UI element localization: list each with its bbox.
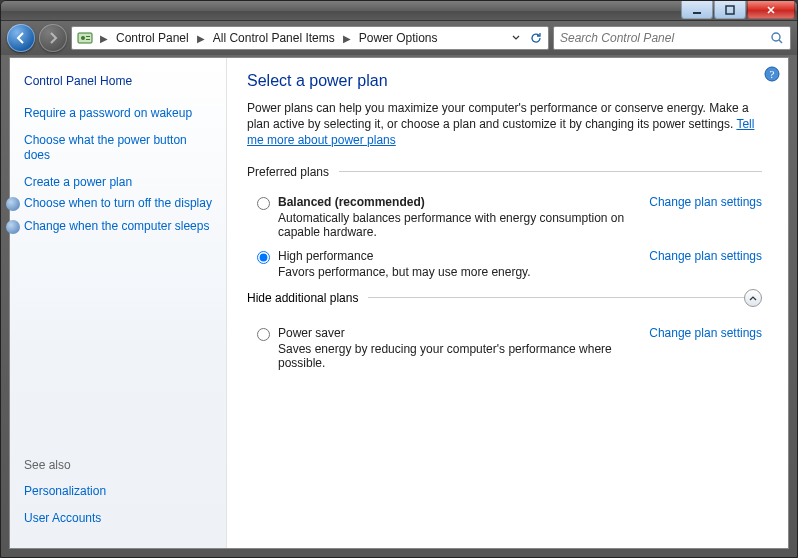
svg-point-6 [772, 33, 780, 41]
collapse-button[interactable] [744, 289, 762, 307]
back-button[interactable] [7, 24, 35, 52]
plan-high-radio[interactable] [257, 251, 270, 264]
plan-balanced-title: Balanced (recommended) [278, 195, 637, 209]
maximize-button[interactable] [714, 1, 746, 19]
plan-high-performance: High performance Favors performance, but… [257, 249, 762, 279]
shield-icon [6, 220, 20, 234]
change-settings-link-balanced[interactable]: Change plan settings [649, 195, 762, 209]
search-icon [770, 31, 784, 45]
plan-power-saver: Power saver Saves energy by reducing you… [257, 326, 762, 370]
sidebar-link-password-wakeup[interactable]: Require a password on wakeup [24, 106, 212, 121]
breadcrumb-item[interactable]: All Control Panel Items [209, 27, 339, 49]
desc-text: Power plans can help you maximize your c… [247, 101, 749, 131]
search-box[interactable] [553, 26, 791, 50]
preferred-plans-legend: Preferred plans [247, 165, 339, 179]
chevron-down-icon [512, 34, 520, 42]
address-bar[interactable]: ▶ Control Panel ▶ All Control Panel Item… [71, 26, 549, 50]
preferred-plans-group: Preferred plans Balanced (recommended) A… [247, 165, 762, 281]
control-panel-home-link[interactable]: Control Panel Home [24, 74, 212, 88]
breadcrumb-sep-icon: ▶ [96, 33, 112, 44]
plan-balanced-radio[interactable] [257, 197, 270, 210]
forward-arrow-icon [46, 31, 60, 45]
minimize-icon [691, 4, 703, 16]
navigation-bar: ▶ Control Panel ▶ All Control Panel Item… [1, 21, 797, 55]
help-icon[interactable]: ? [764, 66, 780, 82]
svg-text:?: ? [770, 68, 775, 80]
client-area: Control Panel Home Require a password on… [9, 57, 789, 549]
plan-high-title: High performance [278, 249, 637, 263]
shield-icon [6, 197, 20, 211]
plan-saver-title: Power saver [278, 326, 637, 340]
close-button[interactable] [747, 1, 795, 19]
sidebar-link-user-accounts[interactable]: User Accounts [24, 511, 212, 526]
minimize-button[interactable] [681, 1, 713, 19]
sidebar: Control Panel Home Require a password on… [10, 58, 227, 548]
breadcrumb-item[interactable]: Power Options [355, 27, 442, 49]
see-also-label: See also [24, 458, 212, 472]
search-input[interactable] [560, 31, 770, 45]
svg-rect-4 [86, 36, 90, 37]
svg-rect-0 [693, 12, 701, 14]
refresh-icon [529, 31, 543, 45]
additional-plans-header: Hide additional plans [247, 297, 762, 316]
plan-saver-radio[interactable] [257, 328, 270, 341]
breadcrumb-item[interactable]: Control Panel [112, 27, 193, 49]
sidebar-link-create-plan[interactable]: Create a power plan [24, 175, 212, 190]
breadcrumb-sep-icon: ▶ [193, 33, 209, 44]
additional-plans-legend: Hide additional plans [247, 291, 368, 305]
address-dropdown-button[interactable] [506, 27, 526, 49]
close-icon [765, 4, 777, 16]
svg-point-3 [81, 36, 85, 40]
page-title: Select a power plan [247, 72, 762, 90]
window-frame: ▶ Control Panel ▶ All Control Panel Item… [0, 0, 798, 558]
forward-button[interactable] [39, 24, 67, 52]
change-settings-link-saver[interactable]: Change plan settings [649, 326, 762, 340]
main-panel: ? Select a power plan Power plans can he… [227, 58, 788, 548]
page-description: Power plans can help you maximize your c… [247, 100, 762, 149]
change-settings-link-high[interactable]: Change plan settings [649, 249, 762, 263]
svg-rect-5 [86, 39, 90, 40]
plan-balanced: Balanced (recommended) Automatically bal… [257, 195, 762, 239]
sidebar-link-computer-sleeps[interactable]: Change when the computer sleeps [24, 219, 209, 234]
titlebar [1, 1, 797, 21]
back-arrow-icon [14, 31, 28, 45]
control-panel-icon [77, 30, 93, 46]
svg-rect-1 [726, 6, 734, 14]
plan-saver-desc: Saves energy by reducing your computer's… [278, 342, 637, 370]
plan-high-desc: Favors performance, but may use more ene… [278, 265, 637, 279]
plan-balanced-desc: Automatically balances performance with … [278, 211, 637, 239]
breadcrumb-sep-icon: ▶ [339, 33, 355, 44]
maximize-icon [724, 4, 736, 16]
sidebar-link-turn-off-display[interactable]: Choose when to turn off the display [24, 196, 212, 211]
sidebar-link-personalization[interactable]: Personalization [24, 484, 212, 499]
refresh-button[interactable] [526, 27, 546, 49]
chevron-up-icon [748, 293, 758, 303]
sidebar-link-power-button[interactable]: Choose what the power button does [24, 133, 212, 163]
